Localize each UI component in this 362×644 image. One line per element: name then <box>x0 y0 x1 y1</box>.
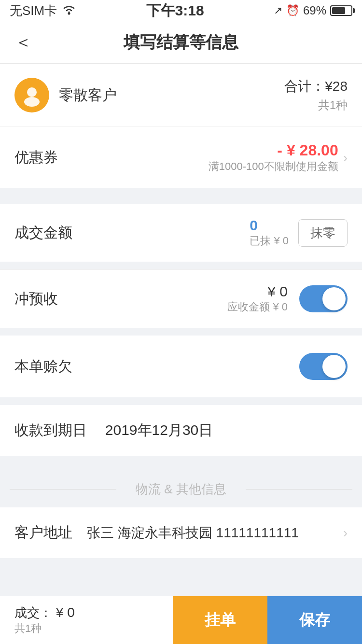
status-bar: 无SIM卡 下午3:18 ↗ ⏰ 69% <box>0 0 362 21</box>
location-icon: ↗ <box>274 4 282 17</box>
deal-amount-value[interactable]: 0 <box>250 217 289 234</box>
deal-amount-label: 成交金额 <box>14 223 72 243</box>
alarm-icon: ⏰ <box>286 4 299 17</box>
address-label: 客户地址 <box>14 523 72 543</box>
customer-total: 合计：¥28 <box>284 77 348 96</box>
battery-fill <box>332 7 345 14</box>
avatar <box>14 78 49 112</box>
address-chevron: › <box>343 525 348 541</box>
debt-label: 本单赊欠 <box>14 357 72 377</box>
prepay-toggle[interactable] <box>299 285 348 312</box>
status-left: 无SIM卡 <box>10 2 76 19</box>
customer-section: 零散客户 合计：¥28 共1种 优惠券 - ¥ 28.00 满1000-100不… <box>0 64 362 188</box>
coupon-desc: 满1000-100不限制使用金额 <box>209 159 338 174</box>
prepay-label: 冲预收 <box>14 289 58 309</box>
coupon-row[interactable]: 优惠券 - ¥ 28.00 满1000-100不限制使用金额 › <box>0 126 362 188</box>
section-divider-3 <box>0 463 362 471</box>
debt-section: 本单赊欠 <box>0 336 362 397</box>
hang-button[interactable]: 挂单 <box>173 596 267 644</box>
customer-left: 零散客户 <box>14 78 117 112</box>
save-button[interactable]: 保存 <box>267 596 362 644</box>
page-title: 填写结算等信息 <box>124 31 238 54</box>
section-divider-1 <box>0 196 362 204</box>
bottom-deal-row: 成交： ¥ 0 <box>14 604 158 621</box>
address-value: 张三 海淀永丰科技园 11111111111 <box>87 524 343 542</box>
bottom-deal-label: 成交： <box>14 605 52 620</box>
coupon-chevron-icon: › <box>343 150 348 166</box>
address-section[interactable]: 客户地址 张三 海淀永丰科技园 11111111111 › <box>0 507 362 558</box>
customer-row: 零散客户 合计：¥28 共1种 <box>0 64 362 126</box>
wifi-icon <box>62 3 76 18</box>
logistics-text: 物流 & 其他信息 <box>136 481 226 498</box>
coupon-discount: - ¥ 28.00 <box>209 141 338 159</box>
roundup-button[interactable]: 抹零 <box>298 219 348 247</box>
prepay-row: 冲预收 ¥ 0 应收金额 ¥ 0 <box>0 270 362 328</box>
deal-amount-sub: 已抹 ¥ 0 <box>250 234 289 248</box>
battery-percent: 69% <box>303 4 326 17</box>
customer-name: 零散客户 <box>59 85 117 105</box>
deal-amount-row: 成交金额 0 已抹 ¥ 0 抹零 <box>14 204 348 262</box>
bottom-count: 共1种 <box>14 621 158 636</box>
prepay-main-value: ¥ 0 <box>227 283 288 300</box>
bottom-deal-value: ¥ 0 <box>56 605 75 620</box>
bottom-info: 成交： ¥ 0 共1种 <box>0 596 173 644</box>
prepay-section: 冲预收 ¥ 0 应收金额 ¥ 0 <box>0 269 362 328</box>
coupon-label: 优惠券 <box>14 148 58 168</box>
customer-count: 共1种 <box>284 98 348 113</box>
svg-point-0 <box>68 12 70 14</box>
logistics-divider: 物流 & 其他信息 <box>0 471 362 507</box>
debt-toggle[interactable] <box>299 353 348 380</box>
coupon-right: - ¥ 28.00 满1000-100不限制使用金额 › <box>209 141 348 174</box>
toggle-knob <box>322 287 346 310</box>
amount-section: 成交金额 0 已抹 ¥ 0 抹零 <box>0 204 362 262</box>
prepay-values: ¥ 0 应收金额 ¥ 0 <box>227 283 288 314</box>
prepay-sub-value: 应收金额 ¥ 0 <box>227 300 288 314</box>
svg-point-1 <box>27 87 37 97</box>
coupon-text-block: - ¥ 28.00 满1000-100不限制使用金额 <box>209 141 338 174</box>
status-right: ↗ ⏰ 69% <box>274 4 352 17</box>
duedate-label: 收款到期日 <box>14 422 87 438</box>
prepay-right: ¥ 0 应收金额 ¥ 0 <box>227 283 348 314</box>
section-divider-2 <box>0 328 362 336</box>
duedate-section: 收款到期日 2019年12月30日 <box>0 405 362 456</box>
deal-amount-right: 0 已抹 ¥ 0 抹零 <box>250 217 348 248</box>
battery-icon <box>330 5 352 16</box>
customer-right: 合计：¥28 共1种 <box>284 77 348 113</box>
svg-point-2 <box>24 97 40 107</box>
carrier-text: 无SIM卡 <box>10 2 57 19</box>
status-time: 下午3:18 <box>146 1 204 21</box>
duedate-value: 2019年12月30日 <box>105 422 213 438</box>
debt-toggle-knob <box>322 355 346 378</box>
back-button[interactable]: ＜ <box>14 30 32 54</box>
nav-bar: ＜ 填写结算等信息 <box>0 21 362 64</box>
bottom-bar: 成交： ¥ 0 共1种 挂单 保存 <box>0 596 362 644</box>
